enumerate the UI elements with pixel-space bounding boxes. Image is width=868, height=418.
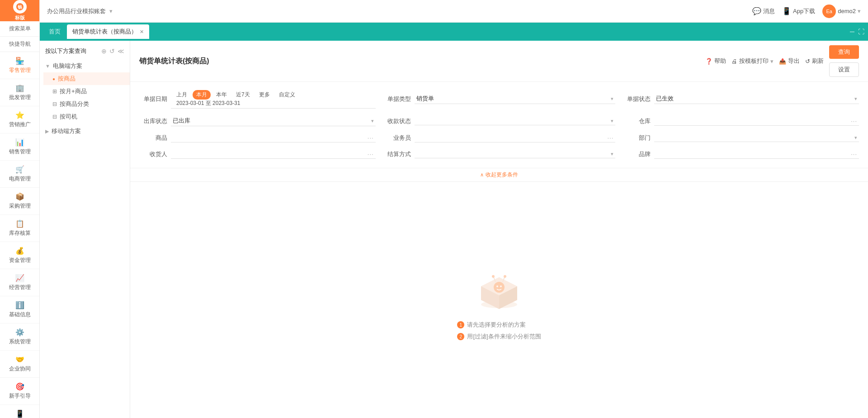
- sidebar-item-system[interactable]: ⚙️ 系统管理: [0, 323, 39, 351]
- out-status-control[interactable]: 已出库 ▾: [171, 116, 376, 126]
- tab-home[interactable]: 首页: [43, 24, 66, 39]
- message-icon: 💬: [752, 7, 761, 15]
- sidebar-item-finance[interactable]: 💰 资金管理: [0, 242, 39, 269]
- settings-btn[interactable]: 设置: [829, 62, 859, 77]
- add-scheme-icon[interactable]: ⊕: [101, 48, 107, 55]
- sidebar-item-newbie[interactable]: 🎯 新手引导: [0, 378, 39, 405]
- filter-row-3: 商品 ··· 业务员 ··· 部门: [139, 132, 859, 144]
- date-btn-this-year[interactable]: 本年: [212, 90, 231, 100]
- tab-min-icon[interactable]: ─: [850, 28, 854, 35]
- doc-status-control[interactable]: 已生效 ▾: [654, 94, 859, 104]
- main-area: 办公用品行业模拟账套 ▾ 💬 消息 📱 App下载 Ea demo2 ▾ 首: [40, 0, 868, 418]
- filter-date-cell: 单据日期 上月 本月 本年 近7天 更多 自定义 2023-03-01 至 20…: [139, 87, 379, 110]
- svg-point-7: [494, 282, 505, 293]
- tree-item-active-icon: ●: [52, 76, 55, 81]
- phone-icon: 📱: [782, 7, 791, 15]
- sales-icon: 📊: [15, 138, 24, 147]
- help-btn[interactable]: ❓ 帮助: [705, 57, 726, 65]
- app-download-btn[interactable]: 📱 App下载: [782, 7, 815, 15]
- tree-item-icon-2: ⊟: [52, 101, 57, 107]
- sidebar: 畅 标版 搜索菜单 快捷导航 🏪 零售管理 🏢 批发管理 ⭐ 营销推广 📊 销售…: [0, 0, 40, 418]
- help-icon: ❓: [705, 58, 712, 65]
- receiver-label: 收货人: [139, 150, 171, 158]
- print-btn[interactable]: 🖨 按模板打印 ▾: [731, 57, 774, 65]
- query-btn[interactable]: 查询: [829, 45, 859, 59]
- date-control: 上月 本月 本年 近7天 更多 自定义 2023-03-01 至 2023-03…: [171, 89, 376, 109]
- sidebar-item-retail[interactable]: 🏪 零售管理: [0, 52, 39, 79]
- app-subtitle: 标版: [15, 14, 25, 21]
- collapse-up-icon: ∧: [480, 172, 484, 178]
- tree-item-by-category[interactable]: ⊟ 按商品分类: [43, 98, 130, 110]
- payment-control[interactable]: ▾: [415, 150, 616, 158]
- user-menu[interactable]: Ea demo2 ▾: [822, 5, 861, 18]
- sidebar-item-wholesale[interactable]: 🏢 批发管理: [0, 79, 39, 106]
- left-panel: 按以下方案查询 ⊕ ↺ ≪ ▼ 电脑端方案 ● 按商品 ⊞ 按月+商: [40, 41, 130, 418]
- svg-point-9: [500, 285, 502, 287]
- refresh-btn[interactable]: ↺ 刷新: [805, 57, 824, 65]
- warehouse-label: 仓库: [623, 117, 654, 125]
- payment-arrow: ▾: [611, 151, 613, 157]
- message-btn[interactable]: 💬 消息: [752, 7, 775, 15]
- breadcrumb: 办公用品行业模拟账套: [47, 7, 106, 15]
- purchase-icon: 📦: [15, 192, 24, 201]
- department-label: 部门: [623, 134, 654, 142]
- doc-type-label: 单据类型: [383, 95, 415, 103]
- tree-item-by-month-product[interactable]: ⊞ 按月+商品: [43, 85, 130, 98]
- left-panel-header: 按以下方案查询 ⊕ ↺ ≪: [40, 45, 130, 57]
- collapse-bar[interactable]: ∧ 收起更多条件: [130, 168, 868, 182]
- date-btn-this-month[interactable]: 本月: [193, 90, 211, 100]
- filter-department-cell: 部门 ▾: [619, 132, 859, 144]
- salesperson-label: 业务员: [383, 134, 415, 142]
- department-control[interactable]: ▾: [654, 134, 859, 142]
- tab-report[interactable]: 销货单统计表（按商品） ✕: [67, 24, 149, 39]
- collapse-scheme-icon[interactable]: ≪: [118, 48, 124, 55]
- sidebar-quick-nav[interactable]: 快捷导航: [0, 37, 39, 52]
- topbar-right: 💬 消息 📱 App下载 Ea demo2 ▾: [752, 5, 861, 18]
- tabbar: 首页 销货单统计表（按商品） ✕ ─ ⛶: [40, 23, 868, 41]
- filter-row-2: 出库状态 已出库 ▾ 收款状态 ▾ 仓库: [139, 114, 859, 128]
- filter-doc-type-cell: 单据类型 销货单 ▾: [379, 87, 619, 110]
- tree-desktop[interactable]: ▼ 电脑端方案: [40, 60, 130, 72]
- salesperson-control[interactable]: ···: [415, 133, 616, 142]
- tree-item-by-machine[interactable]: ⊟ 按司机: [43, 110, 130, 123]
- tab-max-icon[interactable]: ⛶: [858, 28, 864, 35]
- date-btn-more[interactable]: 更多: [255, 90, 274, 100]
- sidebar-item-ecommerce[interactable]: 🛒 电商管理: [0, 161, 39, 188]
- warehouse-control[interactable]: ···: [654, 117, 859, 126]
- tree-item-by-product[interactable]: ● 按商品: [43, 72, 130, 85]
- brand-label: 品牌: [623, 150, 654, 158]
- sidebar-item-operation[interactable]: 📈 经营管理: [0, 269, 39, 296]
- topbar: 办公用品行业模拟账套 ▾ 💬 消息 📱 App下载 Ea demo2 ▾: [40, 0, 868, 23]
- sidebar-search[interactable]: 搜索菜单: [0, 21, 39, 37]
- sidebar-item-sales[interactable]: 📊 销售管理: [0, 133, 39, 161]
- export-btn[interactable]: 📤 导出: [779, 57, 800, 65]
- date-btn-last-month[interactable]: 上月: [173, 90, 191, 100]
- doc-type-control[interactable]: 销货单 ▾: [415, 94, 616, 104]
- newbie-icon: 🎯: [15, 382, 24, 391]
- sidebar-item-basic[interactable]: ℹ️ 基础信息: [0, 296, 39, 323]
- page-header: 销货单统计表(按商品) ❓ 帮助 🖨 按模板打印 ▾ 📤 导出: [130, 41, 868, 82]
- receiver-dots: ···: [368, 151, 374, 157]
- sidebar-item-purchase[interactable]: 📦 采购管理: [0, 188, 39, 215]
- date-btn-custom[interactable]: 自定义: [275, 90, 299, 100]
- sidebar-item-cooperation[interactable]: 🤝 企业协同: [0, 351, 39, 378]
- operation-icon: 📈: [15, 274, 24, 282]
- export-icon: 📤: [779, 58, 786, 65]
- tree-mobile[interactable]: ▶ 移动端方案: [40, 125, 130, 138]
- brand-control[interactable]: ···: [654, 150, 859, 159]
- sidebar-item-marketing[interactable]: ⭐ 营销推广: [0, 106, 39, 133]
- product-label: 商品: [139, 134, 171, 142]
- sidebar-item-apps[interactable]: 📱 应用中心: [0, 405, 39, 418]
- receiver-control[interactable]: ···: [171, 150, 376, 159]
- marketing-icon: ⭐: [15, 111, 24, 119]
- tree-desktop-children: ● 按商品 ⊞ 按月+商品 ⊟ 按商品分类 ⊟ 按司机: [40, 72, 130, 123]
- receipt-status-label: 收款状态: [383, 117, 415, 125]
- page-title: 销货单统计表(按商品): [139, 57, 209, 66]
- sidebar-item-inventory[interactable]: 📋 库存核算: [0, 215, 39, 242]
- date-btn-7days[interactable]: 近7天: [232, 90, 254, 100]
- tab-close-report[interactable]: ✕: [140, 29, 144, 35]
- refresh-scheme-icon[interactable]: ↺: [109, 48, 115, 55]
- receipt-status-control[interactable]: ▾: [415, 117, 616, 125]
- product-control[interactable]: ···: [171, 133, 376, 142]
- tree-collapse-icon: ▶: [45, 128, 49, 134]
